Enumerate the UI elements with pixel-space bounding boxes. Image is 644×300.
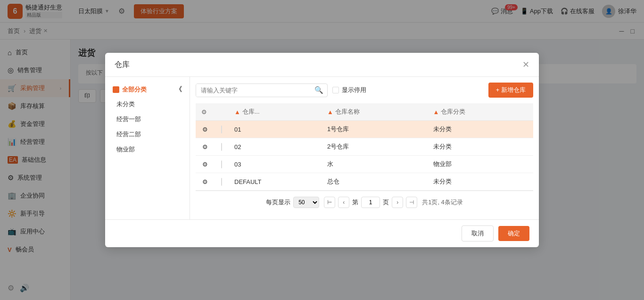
row-name-2: 2号仓库: [322, 138, 427, 156]
row-code-4: DEFAULT: [229, 173, 322, 191]
first-page-button[interactable]: ⊢: [324, 197, 335, 208]
modal-header: 仓库 ✕: [105, 53, 539, 77]
row-code-1: 01: [229, 121, 322, 138]
add-warehouse-button[interactable]: + 新增仓库: [488, 83, 533, 98]
category-item-dept2[interactable]: 经营二部: [109, 127, 186, 142]
modal-overlay: 仓库 ✕ 全部分类 《 未分类 经营一部 经营二部: [0, 0, 644, 300]
data-panel: 🔍 显示停用 + 新增仓库 ⚙: [190, 77, 539, 219]
row-gear-2[interactable]: ⚙: [196, 138, 215, 156]
warehouse-modal: 仓库 ✕ 全部分类 《 未分类 经营一部 经营二部: [105, 53, 539, 247]
col-header-name: ▲ 仓库名称: [322, 103, 427, 121]
modal-footer: 取消 确定: [105, 219, 539, 247]
grid-icon: [113, 86, 119, 93]
row-category-2: 未分类: [428, 138, 533, 156]
page-unit: 页: [383, 198, 389, 207]
row-check-1[interactable]: [215, 121, 229, 138]
col-header-code: ▲ 仓库...: [229, 103, 322, 121]
sort-icon-cat: ▲: [433, 108, 439, 116]
search-icon: 🔍: [311, 86, 327, 94]
search-input-wrap: 🔍: [196, 83, 328, 97]
last-page-button[interactable]: ⊣: [406, 197, 417, 208]
table-row[interactable]: ⚙ DEFAULT 总仓 未分类: [196, 173, 533, 191]
row-category-3: 物业部: [428, 156, 533, 173]
disabled-checkbox[interactable]: [332, 87, 339, 93]
per-page-select[interactable]: 50 20 100: [293, 197, 319, 208]
confirm-button[interactable]: 确定: [498, 226, 529, 241]
modal-title: 仓库: [115, 60, 130, 70]
table-row[interactable]: ⚙ 01 1号仓库 未分类: [196, 121, 533, 138]
col-header-settings: ⚙: [196, 103, 215, 121]
row-code-2: 02: [229, 138, 322, 156]
row-gear-3[interactable]: ⚙: [196, 156, 215, 173]
table-container: ⚙ ▲ 仓库... ▲: [196, 103, 533, 191]
next-page-button[interactable]: ›: [392, 197, 403, 208]
cancel-button[interactable]: 取消: [462, 225, 494, 242]
all-categories-label: 全部分类: [122, 85, 147, 94]
row-gear-1[interactable]: ⚙: [196, 121, 215, 138]
page-nav: ⊢ ‹ 第 页 › ⊣: [324, 197, 417, 208]
table-row[interactable]: ⚙ 03 水 物业部: [196, 156, 533, 173]
row-code-3: 03: [229, 156, 322, 173]
row-name-4: 总仓: [322, 173, 427, 191]
category-item-dept1[interactable]: 经营一部: [109, 112, 186, 127]
search-bar: 🔍 显示停用 + 新增仓库: [196, 83, 533, 98]
col-header-check: [215, 103, 229, 121]
row-gear-4[interactable]: ⚙: [196, 173, 215, 191]
show-disabled-checkbox[interactable]: 显示停用: [332, 86, 366, 94]
table-header: ⚙ ▲ 仓库... ▲: [196, 103, 533, 121]
category-panel: 全部分类 《 未分类 经营一部 经营二部 物业部: [105, 77, 190, 219]
per-page-label: 每页显示: [266, 198, 290, 207]
modal-close-icon[interactable]: ✕: [522, 59, 529, 70]
page-number-input[interactable]: [361, 197, 380, 208]
prev-page-button[interactable]: ‹: [338, 197, 349, 208]
total-info: 共1页, 4条记录: [422, 198, 463, 207]
row-category-1: 未分类: [428, 121, 533, 138]
pagination: 每页显示 50 20 100 ⊢ ‹ 第 页 ›: [196, 191, 533, 214]
row-category-4: 未分类: [428, 173, 533, 191]
all-categories-item[interactable]: 全部分类 《: [109, 83, 186, 97]
show-disabled-label: 显示停用: [342, 86, 366, 94]
modal-body: 全部分类 《 未分类 经营一部 经营二部 物业部: [105, 77, 539, 219]
warehouse-table: ⚙ ▲ 仓库... ▲: [196, 103, 533, 191]
sort-asc-icon: ▲: [234, 108, 240, 116]
row-name-3: 水: [322, 156, 427, 173]
sort-icon-name: ▲: [327, 108, 333, 116]
col-header-category: ▲ 仓库分类: [428, 103, 533, 121]
page-label: 第: [352, 198, 358, 207]
row-check-3[interactable]: [215, 156, 229, 173]
table-row[interactable]: ⚙ 02 2号仓库 未分类: [196, 138, 533, 156]
search-input[interactable]: [196, 84, 311, 97]
row-name-1: 1号仓库: [322, 121, 427, 138]
table-body: ⚙ 01 1号仓库 未分类 ⚙ 02 2号仓库: [196, 121, 533, 191]
category-item-property[interactable]: 物业部: [109, 142, 186, 157]
collapse-icon[interactable]: 《: [175, 85, 182, 94]
row-check-2[interactable]: [215, 138, 229, 156]
category-item-unclassified[interactable]: 未分类: [109, 97, 186, 112]
row-check-4[interactable]: [215, 173, 229, 191]
per-page-section: 每页显示 50 20 100: [266, 197, 319, 208]
